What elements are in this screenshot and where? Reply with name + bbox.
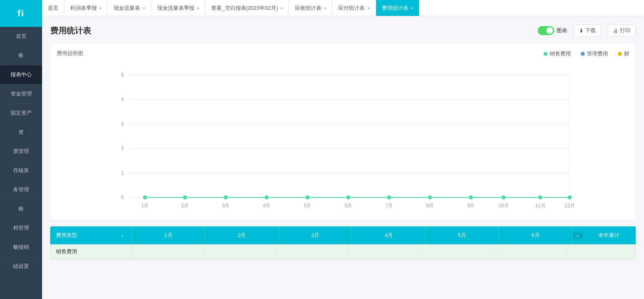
sidebar-item-tickets[interactable]: 票管理 — [0, 142, 42, 161]
sidebar-item-assets[interactable]: 固定资产 — [0, 104, 42, 123]
tab-profit-quarterly[interactable]: 利润表季报 × — [65, 0, 108, 16]
sidebar-item-funds[interactable]: 资金管理 — [0, 84, 42, 104]
close-tab-cashflow[interactable]: × — [143, 6, 145, 11]
tabs-bar: 首页 利润表季报 × 现金流量表 × 现金流量表季报 × 查看_空白报表(202… — [42, 0, 644, 16]
tab-payable[interactable]: 应付统计表 × — [332, 0, 376, 16]
legend-finance: 财 — [618, 50, 629, 58]
sidebar-item-archive[interactable]: 档管理 — [0, 219, 42, 238]
dot-jan — [143, 195, 147, 199]
legend-finance-label: 财 — [624, 50, 629, 58]
td-type-sales: 销售费用 — [50, 245, 132, 259]
sidebar-item-inventory[interactable]: 存核算 — [0, 161, 42, 180]
th-month-2: 2月 — [205, 226, 279, 244]
legend-sales-dot — [544, 52, 548, 56]
chart-toggle-text: 图表 — [557, 27, 567, 34]
svg-text:4: 4 — [121, 97, 124, 102]
dot-may — [305, 195, 310, 199]
dot-sep — [469, 195, 473, 199]
svg-text:9月: 9月 — [467, 203, 475, 208]
sidebar-item-capital[interactable]: 资 — [0, 123, 42, 142]
td-sales-m5 — [421, 248, 494, 255]
dot-feb — [183, 195, 187, 199]
print-label: 打印 — [620, 27, 631, 34]
legend-sales: 销售费用 — [544, 50, 571, 58]
sidebar-item-ledger[interactable]: 账 — [0, 199, 42, 219]
th-year-total: 本年累计 — [583, 226, 636, 244]
svg-text:1月: 1月 — [141, 203, 149, 208]
legend-sales-label: 销售费用 — [550, 50, 571, 58]
chart-legend: 销售费用 管理费用 财 — [544, 50, 629, 58]
td-sales-m2 — [204, 248, 276, 255]
tab-receivable[interactable]: 应收统计表 × — [289, 0, 332, 16]
chart-container: 5 4 3 2 1 0 — [57, 61, 629, 213]
svg-text:6月: 6月 — [345, 203, 352, 208]
sidebar-item-service[interactable]: 务管理 — [0, 180, 42, 199]
td-sales-m6 — [494, 248, 566, 255]
content-area: 费用统计表 图表 ⬇ 下载 🖨 打印 费用趋势图 — [42, 16, 644, 299]
svg-text:10月: 10月 — [498, 203, 508, 208]
main-area: 首页 利润表季报 × 现金流量表 × 现金流量表季报 × 查看_空白报表(202… — [42, 0, 644, 299]
close-tab-expense-stats[interactable]: × — [411, 6, 413, 11]
sidebar: fi 首页 账 报表中心 资金管理 固定资产 资 票管理 存核算 务管理 账 档… — [0, 0, 42, 299]
page-header: 费用统计表 图表 ⬇ 下载 🖨 打印 — [50, 24, 636, 37]
sidebar-item-settings[interactable]: 础设置 — [0, 257, 42, 276]
data-table: 费用类型 ‹ 1月 2月 3月 4月 5月 6月 › 本年累计 销售费用 — [50, 226, 636, 259]
chart-card: 费用趋势图 销售费用 管理费用 财 — [50, 43, 636, 220]
legend-finance-dot — [618, 52, 622, 56]
svg-text:5: 5 — [121, 72, 124, 78]
th-month-3: 3月 — [279, 226, 352, 244]
legend-admin-label: 管理费用 — [587, 50, 608, 58]
sidebar-logo: fi — [0, 0, 42, 27]
th-type: 费用类型 ‹ — [50, 226, 132, 244]
svg-text:4月: 4月 — [263, 203, 271, 208]
legend-admin: 管理费用 — [581, 50, 608, 58]
sidebar-item-reports[interactable]: 报表中心 — [0, 65, 42, 84]
close-tab-payable[interactable]: × — [367, 6, 370, 11]
svg-text:3: 3 — [121, 121, 124, 127]
svg-text:0: 0 — [121, 195, 124, 200]
sidebar-item-expense[interactable]: 畅报销 — [0, 238, 42, 257]
close-tab-profit-quarterly[interactable]: × — [99, 6, 102, 11]
legend-admin-dot — [581, 52, 585, 56]
nav-prev-button[interactable]: ‹ — [119, 232, 126, 239]
dot-nov — [538, 195, 542, 199]
td-sales-m3 — [277, 248, 349, 255]
dot-jun — [346, 195, 350, 199]
td-sales-m1 — [132, 248, 204, 255]
dot-apr — [265, 195, 269, 199]
chart-toggle[interactable] — [538, 26, 554, 35]
close-tab-receivable[interactable]: × — [324, 6, 326, 11]
svg-text:1: 1 — [121, 170, 124, 176]
svg-text:12月: 12月 — [564, 203, 575, 208]
dot-oct — [501, 195, 506, 199]
close-tab-cashflow-quarterly[interactable]: × — [197, 6, 199, 11]
close-tab-blank-report[interactable]: × — [281, 6, 283, 11]
sidebar-item-account[interactable]: 账 — [0, 46, 42, 65]
dot-aug — [428, 195, 432, 199]
trend-chart: 5 4 3 2 1 0 — [57, 61, 629, 212]
td-sales-total — [583, 248, 636, 255]
print-icon: 🖨 — [613, 28, 618, 34]
dot-jul — [387, 195, 391, 199]
svg-text:8月: 8月 — [426, 203, 434, 208]
print-button[interactable]: 🖨 打印 — [608, 24, 636, 37]
th-month-1: 1月 — [132, 226, 205, 244]
download-icon: ⬇ — [579, 28, 584, 34]
sidebar-item-home[interactable]: 首页 — [0, 27, 42, 46]
download-button[interactable]: ⬇ 下载 — [574, 24, 601, 37]
th-month-6: 6月 — [499, 226, 573, 244]
chart-toggle-label: 图表 — [538, 26, 567, 35]
tab-cashflow[interactable]: 现金流量表 × — [108, 0, 151, 16]
tab-cashflow-quarterly[interactable]: 现金流量表季报 × — [152, 0, 205, 16]
nav-next-button[interactable]: › — [573, 232, 583, 239]
tab-blank-report[interactable]: 查看_空白报表(2023年02月) × — [205, 0, 289, 16]
table-header: 费用类型 ‹ 1月 2月 3月 4月 5月 6月 › 本年累计 — [50, 226, 636, 244]
page-title: 费用统计表 — [50, 25, 91, 36]
svg-text:3月: 3月 — [222, 203, 230, 208]
dot-dec — [568, 195, 572, 199]
td-sales-m4 — [349, 248, 421, 255]
svg-text:2: 2 — [121, 146, 124, 151]
th-month-4: 4月 — [352, 226, 426, 244]
tab-expense-stats[interactable]: 费用统计表 × — [376, 0, 419, 16]
tab-home[interactable]: 首页 — [42, 0, 65, 16]
